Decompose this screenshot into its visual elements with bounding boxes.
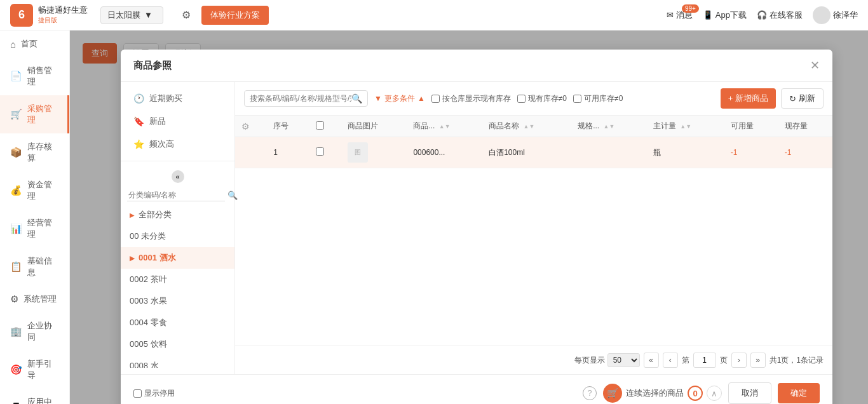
recent-buy-item[interactable]: 🕐 近期购买: [127, 88, 228, 109]
sidebar-item-purchase-label: 采购管理: [27, 103, 57, 126]
category-0005[interactable]: 0005 饮料: [121, 333, 234, 355]
store-selector[interactable]: 日太阳膜 ▼: [100, 6, 163, 24]
th-stock: 现存量: [778, 116, 832, 137]
category-search-input[interactable]: [127, 189, 225, 201]
online-service-label: 在线客服: [770, 10, 803, 21]
operation-icon: 📊: [10, 223, 22, 234]
page-number-input[interactable]: [693, 353, 716, 368]
sidebar-item-enterprise[interactable]: 🏢 企业协同: [0, 313, 69, 351]
first-page-btn[interactable]: «: [644, 353, 659, 368]
sidebar-item-finance[interactable]: 💰 资金管理: [0, 172, 69, 210]
col-settings-icon[interactable]: ⚙: [241, 121, 250, 131]
show-disabled-label[interactable]: 显示停用: [133, 388, 175, 399]
sidebar-item-enterprise-label: 企业协同: [27, 320, 59, 343]
name-sort-icons[interactable]: ▲▼: [524, 123, 535, 130]
refresh-btn[interactable]: ↻ 刷新: [781, 88, 824, 109]
cancel-btn[interactable]: 取消: [728, 382, 771, 404]
category-0008[interactable]: 0008 水: [121, 355, 234, 368]
prev-page-btn[interactable]: ‹: [663, 353, 678, 368]
add-product-btn[interactable]: + 新增商品: [721, 88, 776, 109]
modal-footer: 显示停用 ? 🛒 连续选择的商品 0 ∧ 取消 确定: [121, 374, 832, 404]
sidebar-item-system-label: 系统管理: [24, 293, 57, 305]
phone-icon: 📱: [703, 10, 713, 20]
th-image: 商品图片: [341, 116, 407, 137]
check-available-nonzero-text: 可用库存≠0: [584, 93, 623, 104]
category-0008-label: 0008 水: [130, 360, 159, 368]
sidebar-item-inventory[interactable]: 📦 库存核算: [0, 133, 69, 172]
purchase-icon: 🛒: [10, 109, 22, 120]
sidebar-item-purchase[interactable]: 🛒 采购管理: [0, 95, 69, 133]
th-checkbox: [309, 116, 341, 137]
category-0001[interactable]: ▶ 0001 酒水: [121, 247, 234, 269]
row-name: 白酒100ml: [482, 137, 571, 168]
row-checkbox[interactable]: [316, 147, 324, 156]
user-item[interactable]: 徐泽华: [813, 6, 858, 24]
cart-icon[interactable]: 🛒: [603, 384, 622, 403]
headset-icon: 🎧: [757, 10, 767, 20]
footer-right: ? 🛒 连续选择的商品 0 ∧ 取消 确定: [583, 382, 820, 404]
select-all-checkbox[interactable]: [316, 121, 324, 130]
check-warehouse[interactable]: [431, 95, 440, 103]
online-service-item[interactable]: 🎧 在线客服: [757, 10, 803, 21]
new-items-item[interactable]: 🔖 新品: [127, 111, 228, 131]
inventory-icon: 📦: [10, 147, 22, 158]
experience-btn[interactable]: 体验行业方案: [201, 6, 269, 25]
category-0002[interactable]: 0002 茶叶: [121, 269, 234, 290]
logo: 6 畅捷通好生意 捷目版: [10, 4, 88, 27]
sidebar: ⌂ 首页 📄 销售管理 🛒 采购管理 📦 库存核算 💰 资金管理 📊 经营管理 …: [0, 30, 70, 404]
sidebar-item-guide[interactable]: 🎯 新手引导: [0, 351, 69, 389]
modal-close-btn[interactable]: ✕: [810, 58, 820, 72]
next-page-btn[interactable]: ›: [731, 353, 747, 368]
toolbar-right: + 新增商品 ↻ 刷新: [721, 88, 824, 109]
help-icon[interactable]: ?: [583, 386, 597, 400]
finance-icon: 💰: [10, 185, 22, 196]
category-0004[interactable]: 0004 零食: [121, 312, 234, 333]
check-available-nonzero[interactable]: [573, 95, 581, 103]
system-icon: ⚙: [10, 293, 18, 305]
high-freq-item[interactable]: ⭐ 频次高: [127, 134, 228, 154]
cart-area: 🛒 连续选择的商品 0 ∧: [603, 384, 722, 403]
sidebar-item-basic[interactable]: 📋 基础信息: [0, 248, 69, 286]
check-available-nonzero-label[interactable]: 可用库存≠0: [573, 93, 623, 104]
row-no: 1: [267, 137, 309, 168]
confirm-btn[interactable]: 确定: [778, 383, 820, 403]
check-stock-nonzero[interactable]: [517, 95, 526, 103]
sidebar-item-home[interactable]: ⌂ 首页: [0, 30, 69, 57]
filter-more-btn[interactable]: ▼ 更多条件 ▲: [374, 93, 425, 104]
search-toolbar: 🔍 ▼ 更多条件 ▲ 按仓库显示现有库存: [235, 82, 832, 116]
page-size-dropdown[interactable]: 10 20 50 100: [607, 353, 640, 367]
last-page-btn[interactable]: »: [750, 353, 766, 368]
username-label: 徐泽华: [833, 10, 858, 21]
sidebar-item-basic-label: 基础信息: [27, 255, 59, 278]
search-input[interactable]: [250, 94, 351, 103]
sidebar-item-guide-label: 新手引导: [27, 358, 59, 381]
check-stock-nonzero-label[interactable]: 现有库存≠0: [517, 93, 567, 104]
table-row[interactable]: 1 图 000600... 白酒100ml: [235, 137, 832, 168]
sidebar-item-operation-label: 经营管理: [27, 217, 59, 240]
show-disabled-checkbox[interactable]: [133, 389, 142, 398]
category-0003[interactable]: 0003 水果: [121, 290, 234, 312]
pagination: 每页显示 10 20 50 100 « ‹ 第 页: [235, 346, 832, 374]
sidebar-item-system[interactable]: ⚙ 系统管理: [0, 286, 69, 313]
app-download-item[interactable]: 📱 App下载: [703, 10, 747, 21]
category-00[interactable]: 00 未分类: [121, 226, 234, 247]
sidebar-item-apps[interactable]: 📱 应用中心: [0, 389, 69, 404]
unit-sort-icons[interactable]: ▲▼: [680, 123, 691, 130]
message-icon: ✉: [667, 10, 674, 20]
high-freq-label: 频次高: [149, 138, 174, 150]
spec-sort-icons[interactable]: ▲▼: [604, 123, 615, 130]
sidebar-item-operation[interactable]: 📊 经营管理: [0, 210, 69, 248]
logo-icon: 6: [10, 4, 33, 27]
messages-item[interactable]: ✉ 消息 99+: [667, 10, 693, 21]
search-icon[interactable]: 🔍: [351, 93, 362, 104]
sidebar-item-sales[interactable]: 📄 销售管理: [0, 57, 69, 95]
new-items-label: 新品: [149, 116, 166, 127]
category-all[interactable]: ▶ 全部分类: [121, 204, 234, 226]
code-sort-icons[interactable]: ▲▼: [439, 123, 451, 130]
panel-collapse-btn[interactable]: «: [172, 170, 184, 183]
show-disabled-text: 显示停用: [144, 388, 175, 399]
settings-icon[interactable]: ⚙: [176, 5, 196, 25]
row-stock: -1: [778, 137, 832, 168]
collapse-cart-btn[interactable]: ∧: [707, 386, 722, 401]
check-warehouse-label[interactable]: 按仓库显示现有库存: [431, 93, 511, 104]
